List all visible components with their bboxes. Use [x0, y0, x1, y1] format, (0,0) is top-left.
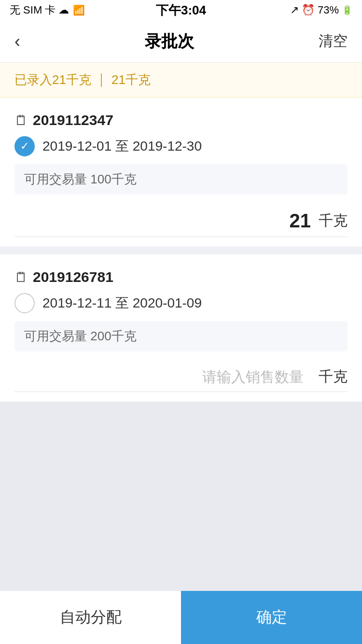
batch-1-date-row: ✓ 2019-12-01 至 2019-12-30	[14, 136, 348, 156]
auto-distribute-button[interactable]: 自动分配	[0, 591, 181, 644]
batch-2-icon: 🗒	[14, 269, 28, 285]
confirm-button[interactable]: 确定	[181, 591, 362, 644]
wifi-icon: 📶	[73, 4, 85, 16]
batch-1-id: 2019112347	[33, 112, 113, 128]
batch-2-radio[interactable]	[14, 293, 35, 313]
batch-2-date-row: 2019-12-11 至 2020-01-09	[14, 293, 348, 313]
batch-2-unit: 千克	[319, 367, 348, 387]
summary-banner: 已录入21千克 21千克	[0, 63, 362, 98]
alarm-icon: ⏰	[302, 4, 315, 16]
auto-distribute-label: 自动分配	[60, 607, 122, 628]
battery-label: 73%	[318, 4, 339, 16]
batch-2-quantity-input[interactable]	[14, 369, 311, 385]
status-left: 无 SIM 卡 ☁ 📶	[10, 3, 85, 17]
status-bar: 无 SIM 卡 ☁ 📶 下午3:04 ↗ ⏰ 73% 🔋	[0, 0, 362, 20]
nav-bar: ‹ 录批次 清空	[0, 20, 362, 63]
confirm-label: 确定	[256, 607, 287, 628]
batch-2-date: 2019-12-11 至 2020-01-09	[42, 294, 202, 312]
bottom-bar: 自动分配 确定	[0, 591, 362, 644]
clear-button[interactable]: 清空	[319, 31, 348, 51]
card-separator	[0, 247, 362, 254]
status-right: ↗ ⏰ 73% 🔋	[290, 4, 352, 16]
batch-card-2: 🗒 2019126781 2019-12-11 至 2020-01-09 可用交…	[0, 254, 362, 402]
batch-1-unit: 千克	[319, 211, 348, 231]
status-time: 下午3:04	[156, 2, 206, 19]
batch-2-input-row: 千克	[14, 359, 348, 392]
location-icon: ↗	[290, 4, 299, 16]
back-button[interactable]: ‹	[14, 31, 20, 52]
batch-2-available: 可用交易量 200千克	[14, 321, 348, 351]
batch-2-header: 🗒 2019126781	[14, 269, 348, 285]
summary-recorded: 已录入21千克	[14, 71, 91, 88]
batch-1-radio[interactable]: ✓	[14, 136, 35, 156]
summary-amount: 21千克	[111, 71, 151, 88]
summary-divider	[101, 73, 102, 87]
page-content: 🗒 2019112347 ✓ 2019-12-01 至 2019-12-30 可…	[0, 98, 362, 633]
batch-1-available: 可用交易量 100千克	[14, 164, 348, 195]
batch-card-1: 🗒 2019112347 ✓ 2019-12-01 至 2019-12-30 可…	[0, 98, 362, 247]
page-title: 录批次	[145, 30, 194, 53]
check-icon: ✓	[20, 140, 29, 153]
batch-1-icon: 🗒	[14, 112, 28, 128]
batch-1-quantity-value: 21	[290, 210, 311, 232]
batch-2-id: 2019126781	[33, 269, 113, 285]
battery-icon: 🔋	[342, 5, 352, 15]
batch-1-date: 2019-12-01 至 2019-12-30	[42, 137, 202, 155]
sim-label: 无 SIM 卡 ☁	[10, 3, 69, 17]
batch-1-quantity-row: 21 千克	[14, 202, 348, 237]
batch-1-header: 🗒 2019112347	[14, 112, 348, 128]
